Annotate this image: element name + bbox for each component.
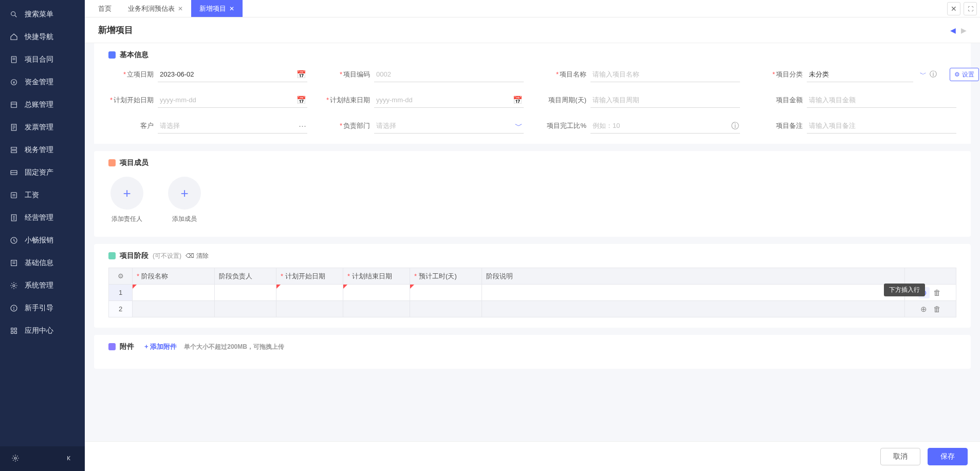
clear-button[interactable]: ⌫ 清除 [186, 252, 209, 260]
cell-est-hours[interactable] [410, 285, 482, 301]
close-icon[interactable]: ✕ [229, 5, 234, 12]
search-icon [9, 10, 19, 19]
input-customer[interactable] [158, 118, 307, 134]
add-owner-label: 添加责任人 [112, 215, 142, 223]
prev-button[interactable]: ◀ [950, 26, 956, 34]
sidebar-label: 快捷导航 [25, 32, 53, 42]
cell-est-hours[interactable] [410, 301, 482, 317]
calendar-icon[interactable]: 📅 [513, 96, 523, 105]
save-button[interactable]: 保存 [928, 448, 968, 465]
settings-button[interactable]: ⚙ 设置 [950, 68, 979, 81]
svg-point-20 [14, 309, 14, 310]
sidebar-item-funds[interactable]: ¥资金管理 [0, 71, 85, 93]
pager: ◀ ▶ [950, 26, 967, 34]
svg-line-1 [15, 15, 16, 17]
sidebar-item-guide[interactable]: 新手引导 [0, 297, 85, 319]
delete-row-button[interactable]: 🗑 [931, 303, 942, 314]
field-plan-end: *计划结束日期 📅 [325, 92, 524, 108]
fullscreen-button[interactable]: ⛶ [964, 2, 977, 15]
input-period[interactable] [590, 92, 740, 108]
chevron-down-icon[interactable]: ﹀ [920, 70, 927, 79]
label-create-date: *立项日期 [108, 70, 158, 79]
cell-stage-owner[interactable] [215, 285, 276, 301]
cell-plan-end[interactable] [343, 285, 410, 301]
cell-stage-name[interactable] [133, 285, 215, 301]
input-plan-end[interactable] [374, 92, 524, 108]
field-dept: *负责部门 ﹀ [325, 118, 524, 134]
section-title-text: 项目成员 [120, 158, 149, 167]
input-dept[interactable] [374, 118, 524, 134]
tab-profit-estimate[interactable]: 业务利润预估表✕ [120, 0, 191, 17]
sidebar-item-baseinfo[interactable]: 基础信息 [0, 252, 85, 274]
sidebar: 搜索菜单 快捷导航 项目合同 ¥资金管理 总账管理 发票管理 税务管理 固定资产… [0, 0, 85, 471]
sidebar-item-ledger[interactable]: 总账管理 [0, 93, 85, 116]
sidebar-label: 经营管理 [25, 213, 53, 222]
cell-stage-name[interactable] [133, 301, 215, 317]
help-icon[interactable]: ⓘ [930, 70, 937, 79]
collapse-icon[interactable] [65, 454, 73, 464]
plus-icon: + [168, 177, 201, 210]
tax-icon [9, 145, 19, 155]
sidebar-item-invoice[interactable]: 发票管理 [0, 116, 85, 139]
gear-icon[interactable] [11, 454, 20, 464]
attachment-hint: 单个大小不超过200MB，可拖拽上传 [184, 343, 284, 351]
input-create-date[interactable] [158, 67, 307, 82]
label-proj-code: *项目编码 [325, 70, 374, 79]
calendar-icon[interactable]: 📅 [297, 96, 306, 105]
cell-stage-desc[interactable] [482, 285, 905, 301]
select-proj-category[interactable]: 未分类 [807, 67, 913, 82]
input-amount[interactable] [807, 92, 956, 108]
close-icon[interactable]: ✕ [178, 5, 183, 12]
close-panel-button[interactable]: ✕ [947, 2, 960, 15]
cancel-button[interactable]: 取消 [880, 448, 920, 465]
cell-plan-end[interactable] [343, 301, 410, 317]
table-row[interactable]: 1 下方插入行 ⊕ 🗑 [109, 285, 956, 301]
delete-row-button[interactable]: 🗑 [931, 287, 942, 298]
sidebar-item-contract[interactable]: 项目合同 [0, 48, 85, 71]
calendar-icon[interactable]: 📅 [297, 70, 306, 79]
cell-stage-desc[interactable] [482, 301, 905, 317]
field-customer: 客户 ⋯ [108, 118, 307, 134]
add-owner-button[interactable]: + 添加责任人 [110, 177, 143, 223]
insert-row-button[interactable]: ⊕ [918, 304, 930, 315]
col-gear[interactable]: ⚙ [109, 268, 133, 285]
sidebar-item-search[interactable]: 搜索菜单 [0, 3, 85, 26]
cell-plan-start[interactable] [276, 301, 343, 317]
field-create-date: *立项日期 📅 [108, 67, 307, 82]
tab-new-project[interactable]: 新增项目✕ [191, 0, 243, 17]
tab-label: 业务利润预估表 [128, 4, 175, 13]
input-proj-name[interactable] [590, 67, 740, 82]
field-proj-category: *项目分类 未分类 ﹀ ⓘ ⚙ 设置 [757, 67, 956, 82]
sidebar-item-salary[interactable]: 工资 [0, 184, 85, 206]
sidebar-item-appcenter[interactable]: 应用中心 [0, 319, 85, 342]
section-title-stages: 项目阶段 (可不设置) ⌫ 清除 [108, 244, 956, 268]
footer: 取消 保存 [85, 441, 980, 471]
input-progress[interactable] [590, 118, 740, 134]
tab-home[interactable]: 首页 [90, 0, 120, 17]
sidebar-item-business[interactable]: 经营管理 [0, 206, 85, 229]
input-remark[interactable] [807, 118, 956, 134]
sidebar-item-quicknav[interactable]: 快捷导航 [0, 26, 85, 48]
row-number: 1 [109, 285, 133, 301]
sidebar-list: 搜索菜单 快捷导航 项目合同 ¥资金管理 总账管理 发票管理 税务管理 固定资产… [0, 0, 85, 446]
add-member-button[interactable]: + 添加成员 [168, 177, 201, 223]
input-plan-start[interactable] [158, 92, 307, 108]
cell-plan-start[interactable] [276, 285, 343, 301]
sidebar-item-expense[interactable]: 小畅报销 [0, 229, 85, 252]
svg-rect-24 [14, 331, 16, 333]
sidebar-item-tax[interactable]: 税务管理 [0, 139, 85, 161]
input-proj-code[interactable] [374, 67, 524, 82]
chevron-down-icon[interactable]: ﹀ [515, 121, 523, 131]
help-icon[interactable]: ⓘ [731, 121, 739, 131]
table-row[interactable]: 2 ⊕ 🗑 [109, 301, 956, 317]
svg-point-18 [13, 285, 15, 287]
add-attachment-button[interactable]: + 添加附件 [144, 342, 177, 351]
more-icon[interactable]: ⋯ [299, 121, 306, 130]
next-button[interactable]: ▶ [961, 26, 967, 34]
svg-text:¥: ¥ [13, 81, 15, 84]
tab-label: 首页 [98, 4, 112, 13]
tooltip-insert-below: 下方插入行 [884, 284, 925, 296]
cell-stage-owner[interactable] [215, 301, 276, 317]
sidebar-item-system[interactable]: 系统管理 [0, 274, 85, 297]
sidebar-item-asset[interactable]: 固定资产 [0, 161, 85, 184]
